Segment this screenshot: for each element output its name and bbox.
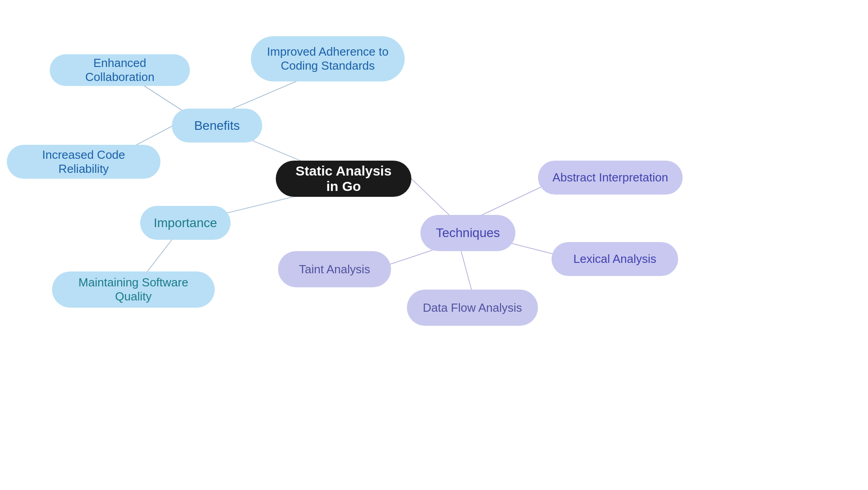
techniques-node: Techniques xyxy=(420,215,515,251)
increased-reliability-node: Increased Code Reliability xyxy=(7,145,160,179)
center-node: Static Analysis in Go xyxy=(276,161,411,197)
improved-adherence-node: Improved Adherence to Coding Standards xyxy=(251,36,405,81)
taint-analysis-node: Taint Analysis xyxy=(278,251,391,287)
dataflow-analysis-node: Data Flow Analysis xyxy=(407,290,538,326)
lexical-analysis-node: Lexical Analysis xyxy=(552,242,678,276)
svg-line-10 xyxy=(461,251,472,293)
importance-node: Importance xyxy=(140,206,231,240)
maintaining-quality-node: Maintaining Software Quality xyxy=(52,271,215,308)
enhanced-collaboration-node: Enhanced Collaboration xyxy=(50,54,190,86)
abstract-interpretation-node: Abstract Interpretation xyxy=(538,161,683,195)
benefits-node: Benefits xyxy=(172,109,262,143)
